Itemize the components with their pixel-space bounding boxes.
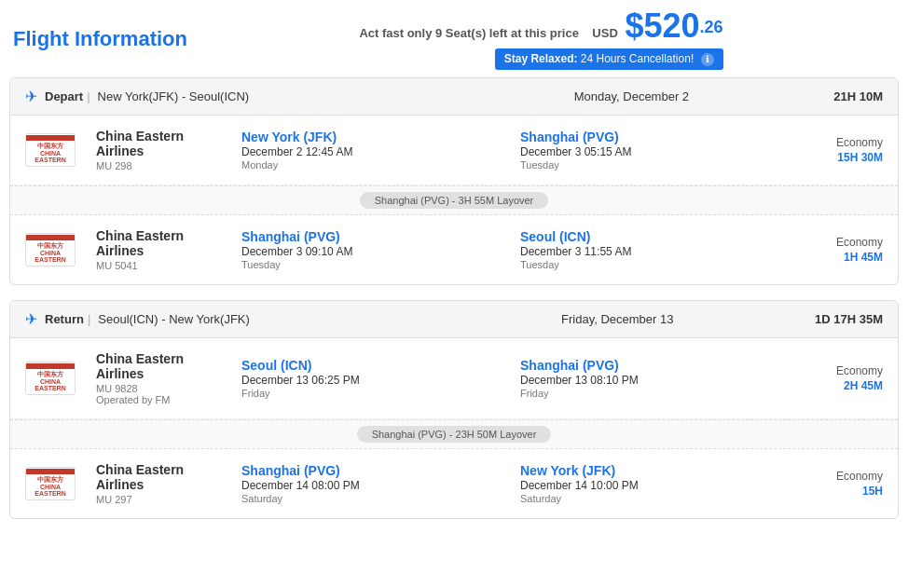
- airline-name: China Eastern Airlines: [96, 228, 227, 258]
- flight-row: 中国东方CHINA EASTERN China Eastern Airlines…: [10, 215, 898, 284]
- from-day: Monday: [241, 159, 520, 171]
- cancellation-label: Stay Relaxed:: [504, 52, 578, 65]
- flight-number: MU 297: [96, 494, 227, 505]
- airline-logo: 中国东方CHINA EASTERN: [25, 362, 81, 395]
- departure-endpoint: Shanghai (PVG) December 3 09:10 AM Tuesd…: [241, 229, 520, 270]
- from-date: December 3 09:10 AM: [241, 245, 520, 258]
- segment-header-depart: ✈ Depart | New York(JFK) - Seoul(ICN) Mo…: [10, 78, 898, 116]
- layover-row: Shanghai (PVG) - 3H 55M Layover: [10, 185, 898, 215]
- segment-duration: 21H 10M: [833, 89, 883, 103]
- from-airport: Shanghai (PVG): [241, 463, 520, 478]
- departure-endpoint: Seoul (ICN) December 13 06:25 PM Friday: [241, 358, 520, 399]
- flight-class: Economy: [799, 470, 883, 483]
- airline-name: China Eastern Airlines: [96, 351, 227, 381]
- segment-header-return: ✈ Return | Seoul(ICN) - New York(JFK) Fr…: [10, 301, 898, 338]
- segment-type: Depart: [45, 89, 83, 103]
- airline-info: China Eastern Airlines MU 9828 Operated …: [96, 351, 227, 405]
- to-airport: Shanghai (PVG): [520, 358, 799, 373]
- info-icon[interactable]: ℹ: [701, 53, 714, 66]
- flight-class-info: Economy 15H: [799, 470, 883, 498]
- flight-class-info: Economy 15H 30M: [799, 136, 883, 164]
- flight-number: MU 298: [96, 160, 227, 171]
- to-date: December 3 11:55 AM: [520, 245, 799, 258]
- flight-duration: 15H: [799, 485, 883, 498]
- to-day: Tuesday: [520, 259, 799, 270]
- urgency-text: Act fast only 9 Seat(s) left at this pri…: [359, 9, 722, 43]
- page-title: Flight Information: [13, 27, 187, 51]
- to-day: Friday: [520, 388, 799, 399]
- flight-row: 中国东方CHINA EASTERN China Eastern Airlines…: [10, 449, 898, 518]
- to-airport: Shanghai (PVG): [520, 130, 799, 144]
- price-cents: .26: [700, 18, 723, 36]
- from-date: December 2 12:45 AM: [241, 145, 520, 158]
- from-airport: New York (JFK): [241, 130, 520, 144]
- from-day: Saturday: [241, 493, 520, 504]
- price-main: $520: [625, 7, 699, 45]
- segment-route: Seoul(ICN) - New York(JFK): [98, 312, 250, 326]
- segment-header-left: ✈ Return | Seoul(ICN) - New York(JFK): [25, 310, 420, 328]
- cancellation-banner: Stay Relaxed: 24 Hours Cancellation! ℹ: [495, 48, 723, 70]
- flight-duration: 2H 45M: [799, 379, 883, 392]
- flight-cards-container: ✈ Depart | New York(JFK) - Seoul(ICN) Mo…: [9, 77, 899, 519]
- arrival-endpoint: Shanghai (PVG) December 3 05:15 AM Tuesd…: [520, 130, 799, 171]
- airline-info: China Eastern Airlines MU 298: [96, 129, 227, 171]
- departure-endpoint: New York (JFK) December 2 12:45 AM Monda…: [241, 130, 520, 171]
- arrival-endpoint: Shanghai (PVG) December 13 08:10 PM Frid…: [520, 358, 799, 399]
- flight-duration: 1H 45M: [799, 251, 883, 264]
- page-header: Flight Information Act fast only 9 Seat(…: [9, 9, 899, 70]
- airline-name: China Eastern Airlines: [96, 129, 227, 158]
- flight-duration: 15H 30M: [799, 151, 883, 164]
- to-day: Tuesday: [520, 159, 799, 171]
- layover-row: Shanghai (PVG) - 23H 50M Layover: [10, 419, 898, 449]
- currency-label: USD: [592, 26, 617, 40]
- segment-type: Return: [45, 312, 84, 326]
- to-airport: New York (JFK): [520, 463, 799, 478]
- from-airport: Shanghai (PVG): [241, 229, 520, 244]
- layover-badge: Shanghai (PVG) - 3H 55M Layover: [360, 192, 549, 209]
- plane-icon: ✈: [25, 310, 37, 328]
- airline-logo: 中国东方CHINA EASTERN: [25, 133, 81, 167]
- segment-date: Friday, December 13: [420, 312, 816, 326]
- flight-class: Economy: [799, 136, 883, 149]
- segment-date: Monday, December 2: [430, 89, 834, 103]
- cancellation-detail: 24 Hours Cancellation!: [581, 52, 694, 65]
- flight-number: MU 5041: [96, 260, 227, 271]
- arrival-endpoint: Seoul (ICN) December 3 11:55 AM Tuesday: [520, 229, 799, 270]
- to-airport: Seoul (ICN): [520, 229, 799, 244]
- flight-class: Economy: [799, 236, 883, 249]
- from-day: Friday: [241, 388, 520, 399]
- airline-info: China Eastern Airlines MU 5041: [96, 228, 227, 271]
- from-day: Tuesday: [241, 259, 520, 270]
- flight-class-info: Economy 1H 45M: [799, 236, 883, 264]
- operated-by: Operated by FM: [96, 394, 227, 405]
- from-date: December 13 06:25 PM: [241, 374, 520, 387]
- to-date: December 13 08:10 PM: [520, 374, 799, 387]
- to-day: Saturday: [520, 493, 799, 504]
- flight-card-return: ✈ Return | Seoul(ICN) - New York(JFK) Fr…: [9, 300, 899, 519]
- segment-header-left: ✈ Depart | New York(JFK) - Seoul(ICN): [25, 88, 430, 105]
- from-date: December 14 08:00 PM: [241, 479, 520, 492]
- arrival-endpoint: New York (JFK) December 14 10:00 PM Satu…: [520, 463, 799, 504]
- flight-card-depart: ✈ Depart | New York(JFK) - Seoul(ICN) Mo…: [9, 77, 899, 285]
- to-date: December 14 10:00 PM: [520, 479, 799, 492]
- airline-logo: 中国东方CHINA EASTERN: [25, 467, 81, 500]
- segment-duration: 1D 17H 35M: [815, 312, 883, 326]
- plane-icon: ✈: [25, 88, 37, 105]
- airline-info: China Eastern Airlines MU 297: [96, 462, 227, 505]
- flight-row: 中国东方CHINA EASTERN China Eastern Airlines…: [10, 338, 898, 419]
- airline-name: China Eastern Airlines: [96, 462, 227, 492]
- flight-row: 中国东方CHINA EASTERN China Eastern Airlines…: [10, 116, 898, 185]
- segment-route: New York(JFK) - Seoul(ICN): [98, 89, 250, 103]
- flight-class-info: Economy 2H 45M: [799, 364, 883, 392]
- flight-class: Economy: [799, 364, 883, 377]
- to-date: December 3 05:15 AM: [520, 145, 799, 158]
- from-airport: Seoul (ICN): [241, 358, 520, 373]
- airline-logo: 中国东方CHINA EASTERN: [25, 233, 81, 267]
- layover-badge: Shanghai (PVG) - 23H 50M Layover: [357, 426, 552, 443]
- departure-endpoint: Shanghai (PVG) December 14 08:00 PM Satu…: [241, 463, 520, 504]
- price-area: Act fast only 9 Seat(s) left at this pri…: [359, 9, 722, 70]
- flight-number: MU 9828: [96, 383, 227, 394]
